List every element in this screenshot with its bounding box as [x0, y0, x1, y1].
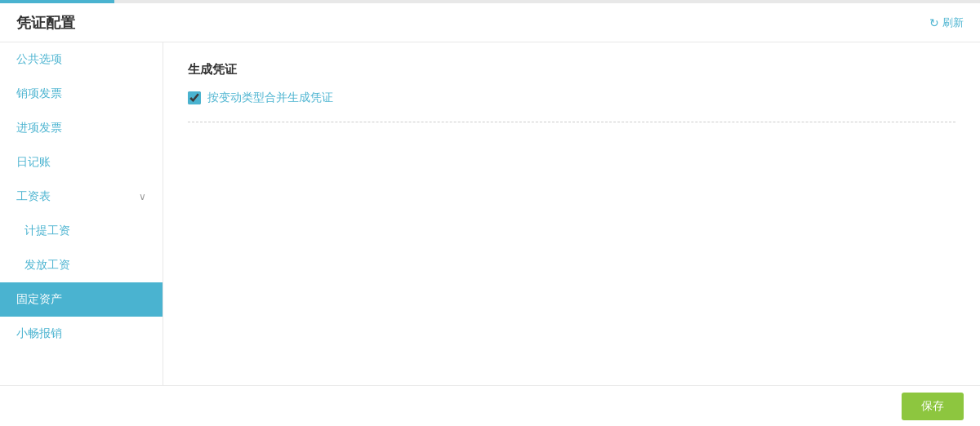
- sidebar-sub-item-label: 发放工资: [24, 258, 70, 271]
- refresh-label: 刷新: [942, 16, 964, 30]
- page-title: 凭证配置: [16, 13, 75, 33]
- sidebar-item-purchase-invoice[interactable]: 进项发票: [0, 111, 163, 145]
- sidebar-sub-item-label: 计提工资: [24, 224, 70, 237]
- sidebar-item-sales-invoice[interactable]: 销项发票: [0, 77, 163, 111]
- sidebar: 公共选项 销项发票 进项发票 日记账 工资表 ∨ 计提工资 发放工资 固定资产 …: [0, 42, 163, 385]
- save-button[interactable]: 保存: [902, 393, 964, 420]
- section-divider: [188, 122, 956, 122]
- sidebar-item-expense-report[interactable]: 小畅报销: [0, 317, 163, 351]
- page-footer: 保存: [0, 385, 980, 426]
- chevron-down-icon: ∨: [139, 191, 146, 202]
- merge-by-type-checkbox[interactable]: [188, 91, 201, 104]
- sidebar-item-label: 公共选项: [16, 52, 62, 67]
- refresh-button[interactable]: ↻ 刷新: [929, 16, 964, 30]
- sidebar-item-label: 销项发票: [16, 87, 62, 101]
- sidebar-item-payroll-accrue[interactable]: 计提工资: [0, 214, 163, 248]
- main-layout: 公共选项 销项发票 进项发票 日记账 工资表 ∨ 计提工资 发放工资 固定资产 …: [0, 42, 980, 385]
- sidebar-item-public-options[interactable]: 公共选项: [0, 42, 163, 77]
- section-title: 生成凭证: [188, 62, 956, 78]
- sidebar-item-label: 固定资产: [16, 292, 62, 307]
- sidebar-item-label: 小畅报销: [16, 326, 62, 341]
- sidebar-item-label: 日记账: [16, 155, 51, 170]
- sidebar-item-fixed-assets[interactable]: 固定资产: [0, 282, 163, 317]
- sidebar-item-journal[interactable]: 日记账: [0, 145, 163, 180]
- content-area: 生成凭证 按变动类型合并生成凭证: [163, 42, 980, 385]
- sidebar-item-label: 进项发票: [16, 121, 62, 135]
- sidebar-item-label: 工资表: [16, 189, 51, 204]
- checkbox-row: 按变动类型合并生成凭证: [188, 91, 956, 105]
- sidebar-item-payroll-pay[interactable]: 发放工资: [0, 248, 163, 282]
- sidebar-item-payroll-table[interactable]: 工资表 ∨: [0, 180, 163, 214]
- checkbox-label[interactable]: 按变动类型合并生成凭证: [207, 91, 333, 105]
- refresh-icon: ↻: [929, 16, 939, 29]
- page-header: 凭证配置 ↻ 刷新: [0, 3, 980, 42]
